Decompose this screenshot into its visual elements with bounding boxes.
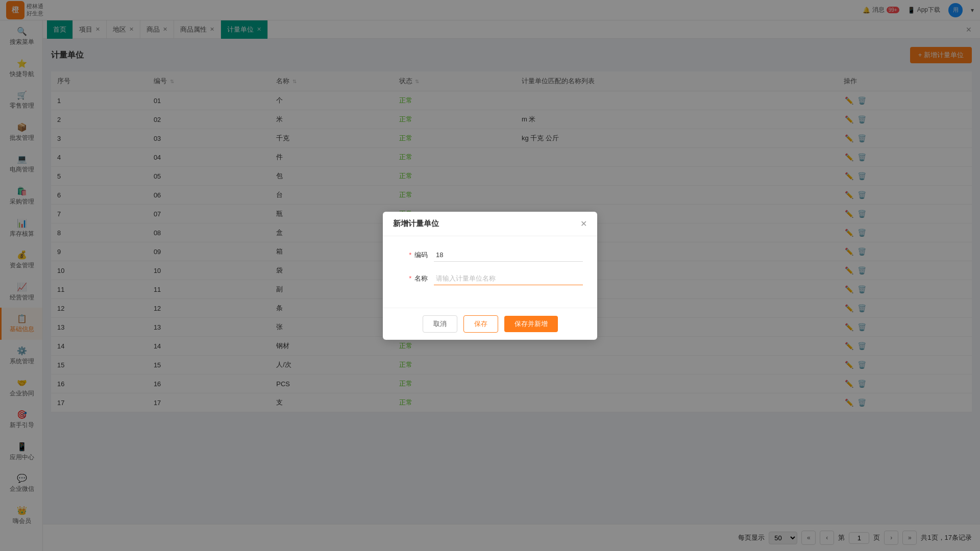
modal-footer: 取消 保存 保存并新增	[383, 308, 597, 340]
form-row-name: * 名称	[397, 272, 583, 285]
name-input[interactable]	[434, 272, 583, 285]
save-button[interactable]: 保存	[463, 315, 498, 333]
add-unit-modal: 新增计量单位 ✕ * 编码 * 名称 取消 保存 保存并新增	[383, 212, 597, 340]
modal-body: * 编码 * 名称	[383, 236, 597, 308]
required-mark-code: *	[409, 251, 411, 259]
modal-title: 新增计量单位	[393, 219, 439, 229]
code-input[interactable]	[434, 248, 583, 262]
modal-overlay: 新增计量单位 ✕ * 编码 * 名称 取消 保存 保存并新增	[0, 0, 980, 551]
form-label-code: * 编码	[397, 251, 428, 260]
save-and-new-button[interactable]: 保存并新增	[504, 316, 558, 332]
required-mark-name: *	[409, 274, 411, 282]
form-row-code: * 编码	[397, 248, 583, 262]
form-label-name: * 名称	[397, 274, 428, 283]
modal-header: 新增计量单位 ✕	[383, 212, 597, 236]
cancel-button[interactable]: 取消	[423, 315, 457, 333]
modal-close-btn[interactable]: ✕	[580, 219, 587, 229]
